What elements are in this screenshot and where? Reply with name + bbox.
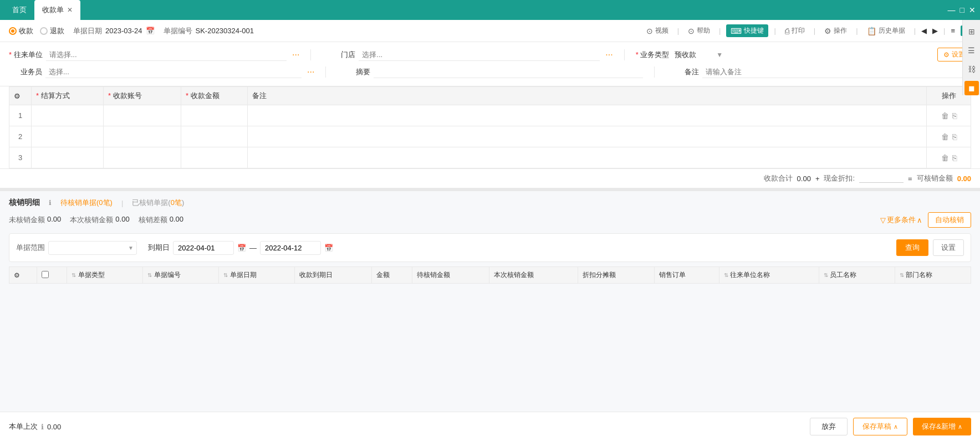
bill-no-header: ⇅ 单据编号 <box>143 267 219 284</box>
delete-icon-2[interactable]: 🗑 <box>941 132 949 141</box>
tab-home[interactable]: 首页 <box>4 0 34 20</box>
bottom-checkbox-header[interactable] <box>37 267 67 284</box>
staff-input[interactable] <box>45 66 302 78</box>
remark-3[interactable] <box>248 147 927 168</box>
help-btn[interactable]: ⊙ 帮助 <box>685 25 713 37</box>
help-label: 帮助 <box>697 26 710 35</box>
bill-date-header: ⇅ 单据日期 <box>219 267 295 284</box>
query-btn[interactable]: 查询 <box>896 239 928 256</box>
summary-input[interactable] <box>374 66 642 78</box>
staff-more-btn[interactable]: ··· <box>307 67 314 77</box>
net-value: 0.00 <box>957 175 971 183</box>
close-btn[interactable]: ✕ <box>969 6 976 14</box>
auto-writeoff-btn[interactable]: 自动核销 <box>928 212 971 228</box>
done-tab[interactable]: 已核销单据(0笔) <box>132 198 184 208</box>
amount-1[interactable] <box>181 105 248 126</box>
amount-2[interactable] <box>181 126 248 147</box>
col-settlement-header: * 结算方式 <box>32 87 104 105</box>
this-upper-value: 0.00 <box>47 423 61 431</box>
date-to-calendar-icon[interactable]: 📅 <box>324 244 333 252</box>
store-field: 门店 ··· <box>322 49 612 61</box>
remark-input[interactable] <box>702 66 971 78</box>
sidebar-attachment-icon[interactable]: ⛓ <box>964 62 979 76</box>
sort-icon[interactable]: ⇅ <box>147 272 152 278</box>
delete-icon-1[interactable]: 🗑 <box>941 111 949 120</box>
equals-sign: = <box>908 175 912 183</box>
history-icon: 📋 <box>867 27 876 35</box>
maximize-btn[interactable]: □ <box>960 6 964 14</box>
settlement-3[interactable] <box>32 147 104 168</box>
account-1[interactable] <box>104 105 181 126</box>
sort-icon[interactable]: ⇅ <box>724 272 728 278</box>
due-date-label: 到期日 <box>148 243 170 253</box>
pending-tab[interactable]: 待核销单据(0笔) <box>60 198 113 208</box>
sidebar-table-icon[interactable]: ⊞ <box>964 24 979 39</box>
save-draft-btn[interactable]: 保存草稿 ∧ <box>853 418 907 435</box>
sort-icon[interactable]: ⇅ <box>824 272 828 278</box>
select-all-checkbox[interactable] <box>42 271 49 278</box>
dept-name-header: ⇅ 部门名称 <box>895 267 971 284</box>
amount-3[interactable] <box>181 147 248 168</box>
discount-input[interactable] <box>859 174 904 183</box>
abandon-btn[interactable]: 放弃 <box>810 418 848 435</box>
sort-icon[interactable]: ⇅ <box>900 272 904 278</box>
copy-icon-2[interactable]: ⎘ <box>952 132 957 141</box>
sales-order-header: 销售订单 <box>654 267 719 284</box>
receipt-type-group: 收款 退款 <box>9 26 64 36</box>
account-3[interactable] <box>104 147 181 168</box>
date-to-input[interactable] <box>260 241 321 255</box>
print-label: 打印 <box>792 26 805 35</box>
sort-icon[interactable]: ⇅ <box>223 272 228 278</box>
bottom-gear-header[interactable]: ⚙ <box>9 267 37 284</box>
current-label: 本次核销金额 <box>70 215 113 225</box>
settlement-2[interactable] <box>32 126 104 147</box>
footer-info-icon[interactable]: ℹ <box>41 423 44 431</box>
video-btn[interactable]: ⊙ 视频 <box>643 25 672 37</box>
filter-settings-btn[interactable]: 设置 <box>933 239 964 256</box>
delete-icon-3[interactable]: 🗑 <box>941 153 949 162</box>
bottom-table-section[interactable]: ⚙ ⇅ 单据类型 ⇅ 单据编号 ⇅ 单据日期 <box>9 266 971 412</box>
partner-more-btn[interactable]: ··· <box>292 50 299 60</box>
sidebar-list-icon[interactable]: ☰ <box>964 43 979 58</box>
bill-no-label: 单据编号 <box>164 26 192 36</box>
minimize-btn[interactable]: — <box>948 6 956 14</box>
remark-1[interactable] <box>248 105 927 126</box>
tab-bar: 首页 收款单 ✕ — □ ✕ <box>0 0 980 20</box>
list-view-icon[interactable]: ≡ <box>951 27 955 35</box>
more-filter-btn[interactable]: ▽ 更多条件 ∧ <box>880 215 922 225</box>
settlement-1[interactable] <box>32 105 104 126</box>
business-type-label: * 业务类型 <box>636 50 670 60</box>
remark-2[interactable] <box>248 126 927 147</box>
discount-header: 折扣分摊额 <box>578 267 654 284</box>
sidebar-active-icon[interactable]: ◼ <box>964 81 979 95</box>
tab-close-icon[interactable]: ✕ <box>67 6 73 14</box>
history-btn[interactable]: 📋 历史单据 <box>864 25 908 37</box>
store-input[interactable] <box>359 49 600 61</box>
shortcut-label: 快捷键 <box>744 26 764 35</box>
tab-receipt[interactable]: 收款单 ✕ <box>34 0 80 20</box>
due-date-range: 到期日 📅 — 📅 <box>148 241 333 255</box>
date-from-calendar-icon[interactable]: 📅 <box>237 244 246 252</box>
date-from-input[interactable] <box>173 241 234 255</box>
range-select[interactable] <box>48 241 137 255</box>
business-type-dropdown[interactable]: ▼ <box>716 51 723 59</box>
prev-icon[interactable]: ◀ <box>921 27 927 35</box>
receipt-table: ⚙ * 结算方式 * 收款账号 * 收款金额 备注 操作 <box>9 86 971 168</box>
print-btn[interactable]: ⎙ 打印 <box>782 25 808 37</box>
partner-input[interactable] <box>46 49 287 61</box>
calendar-icon[interactable]: 📅 <box>146 27 155 35</box>
copy-icon-1[interactable]: ⎘ <box>952 111 957 120</box>
radio-receipt[interactable]: 收款 <box>9 26 33 36</box>
save-new-btn[interactable]: 保存&新增 ∧ <box>913 418 971 435</box>
store-more-btn[interactable]: ··· <box>605 50 612 60</box>
sort-icon[interactable]: ⇅ <box>72 272 76 278</box>
account-2[interactable] <box>104 126 181 147</box>
writeoff-info-icon[interactable]: ℹ <box>49 199 52 207</box>
shortcut-btn[interactable]: ⌨ 快捷键 <box>726 24 768 37</box>
copy-icon-3[interactable]: ⎘ <box>952 153 957 162</box>
table-gear-header[interactable]: ⚙ <box>9 87 32 105</box>
radio-refund[interactable]: 退款 <box>40 26 64 36</box>
operate-btn[interactable]: ⚙ 操作 <box>821 25 850 37</box>
table-row: 2 🗑 ⎘ <box>9 126 971 147</box>
next-icon[interactable]: ▶ <box>932 27 938 35</box>
